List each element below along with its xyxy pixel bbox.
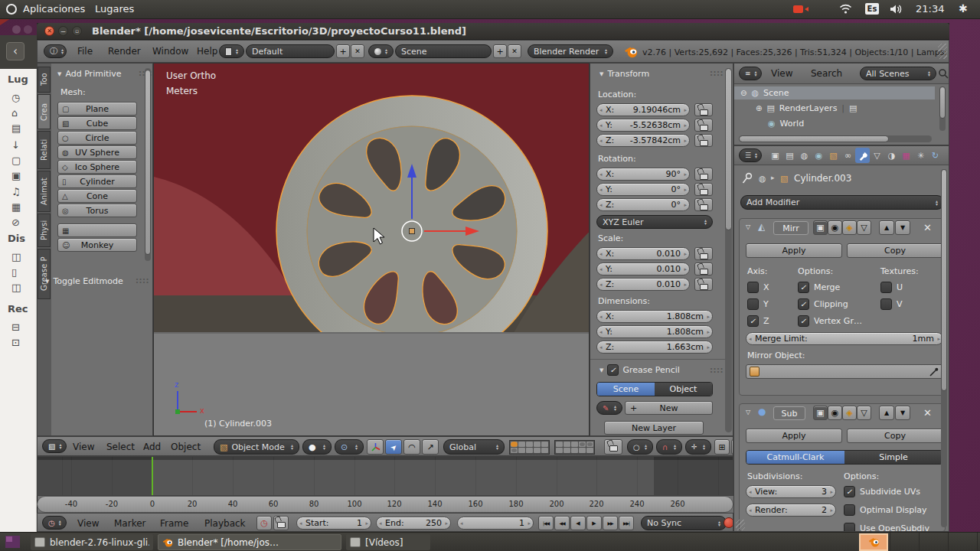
scale-y-lock-button[interactable] (694, 262, 713, 276)
add-primitive-panel-header[interactable]: Add Primitive (57, 69, 122, 79)
properties-editor-type-button[interactable]: ☰▴▾ (739, 148, 762, 162)
wifi-icon[interactable] (839, 4, 852, 14)
header-resize-grip[interactable] (938, 44, 947, 59)
view3d-menu-object[interactable]: Object (171, 442, 201, 452)
eyedropper-icon[interactable] (929, 367, 939, 377)
location-z-field[interactable]: Z:-3.57842cm (596, 134, 690, 147)
mirror-editmode-toggle[interactable]: ◈ (842, 220, 857, 235)
mesh-circle-button[interactable]: ○Circle (57, 131, 137, 145)
mirror-move-up-button[interactable]: ▲ (879, 220, 894, 235)
merge-limit-field[interactable]: Merge Limit:1mm (746, 332, 943, 345)
downloads-icon[interactable]: ↓ (11, 139, 20, 151)
subsurf-move-down-button[interactable]: ▼ (895, 406, 910, 420)
disk-icon[interactable]: ◫ (11, 251, 21, 262)
location-y-lock-button[interactable] (694, 119, 713, 132)
viewport-3d[interactable]: User Ortho Meters z x (1) Cylinder.003 (153, 63, 590, 436)
autokey-lock-button[interactable] (273, 516, 289, 530)
ubuntu-logo-icon[interactable] (6, 4, 17, 15)
outliner-row-renderlayers[interactable]: ⊕ ▤ RenderLayers | ▤ (734, 102, 935, 115)
checkbox[interactable] (798, 315, 809, 327)
window-titlebar[interactable]: ✕ − ▫ Blender* [/home/josevicente/Escrit… (37, 23, 949, 40)
tool-shelf-scrollbar[interactable] (145, 70, 151, 255)
view3d-menu-select[interactable]: Select (106, 442, 135, 452)
home-icon[interactable]: ⌂ (11, 107, 18, 119)
disk2-icon[interactable]: ◫ (11, 282, 21, 293)
object-tab-icon[interactable]: ▧ (826, 148, 841, 163)
menu-render[interactable]: Render (108, 46, 141, 57)
scale-x-field[interactable]: X:0.010 (596, 247, 690, 260)
mirror-texture-v-checkbox[interactable]: V (880, 298, 903, 310)
scale-manipulator-button[interactable]: ↗ (422, 439, 439, 455)
subsurf-editmode-toggle[interactable]: ◈ (842, 406, 857, 420)
keying-set-button[interactable]: ✛▴▾ (685, 439, 711, 455)
menu-help[interactable]: Help (197, 46, 217, 57)
outliner-menu-view[interactable]: View (771, 68, 792, 79)
panel-drag-dots-icon[interactable]: :::: (136, 276, 149, 285)
frame-start-field[interactable]: Start:1 (296, 517, 371, 530)
mode-select[interactable]: ▧ Object Mode▴▾ (214, 439, 299, 455)
checkbox[interactable] (747, 298, 759, 310)
close-button[interactable]: ✕ (44, 26, 54, 36)
layers-widget[interactable] (509, 440, 595, 455)
viewport-shading-select[interactable]: ●▴▾ (302, 439, 332, 455)
trash-icon[interactable]: ⊘ (11, 217, 20, 228)
optimal-display-checkbox[interactable]: Optimal Display (844, 504, 927, 516)
scene-tab-icon[interactable]: ◍ (797, 148, 812, 163)
rotation-x-lock-button[interactable] (694, 168, 713, 181)
modifier-expand-icon[interactable]: ▽ (746, 409, 750, 416)
properties-scrollbar[interactable] (941, 169, 947, 391)
tab-tools[interactable]: Too (38, 67, 51, 93)
clock[interactable]: 21:34 (916, 3, 944, 15)
expand-icon[interactable]: ⊕ (756, 104, 762, 112)
tab-grease-pencil[interactable]: Grease P (38, 249, 51, 299)
mirror-axis-z-checkbox[interactable]: Z (747, 315, 769, 327)
timeline-menu-frame[interactable]: Frame (160, 518, 188, 529)
rotate-manipulator-button[interactable]: ◠ (403, 439, 420, 455)
taskbar-item-3[interactable]: [Vídeos] (346, 534, 430, 550)
mirror-clipping-checkbox[interactable]: Clipping (798, 298, 848, 310)
add-layout-button[interactable]: + (336, 44, 350, 58)
volume-icon[interactable] (890, 4, 903, 15)
timeline-menu-playback[interactable]: Playback (204, 518, 246, 529)
panel-drag-dots-icon[interactable]: :::: (710, 69, 724, 77)
mesh-breadcrumb-icon[interactable]: ▧ (780, 174, 788, 184)
mesh-ico-sphere-button[interactable]: ◇Ico Sphere (57, 160, 137, 174)
outliner-hscrollbar[interactable] (739, 135, 889, 142)
material-tab-icon[interactable]: ◑ (884, 148, 899, 163)
play-button[interactable]: ▶ (586, 516, 602, 530)
checkbox[interactable] (798, 282, 809, 293)
autokey-clock-button[interactable]: ◷ (256, 516, 272, 530)
network-computer-icon[interactable]: ⊟ (11, 321, 20, 333)
record-button[interactable] (724, 517, 733, 528)
taskbar-highlighted-blender-icon[interactable] (859, 533, 888, 551)
checkbox[interactable] (880, 298, 892, 310)
grease-pencil-enable-checkbox[interactable] (607, 364, 619, 376)
mirror-vertex-groups-checkbox[interactable]: Vertex Gr… (798, 315, 862, 327)
music-icon[interactable]: ♫ (11, 186, 21, 197)
opengl-render-button[interactable]: ▣ (731, 439, 733, 455)
simple-tab[interactable]: Simple (844, 451, 942, 464)
texture-tab-icon[interactable]: ▦ (899, 148, 913, 163)
render-tab-icon[interactable]: ▣ (768, 148, 782, 163)
timeline-canvas[interactable] (37, 456, 733, 496)
use-opensubdiv-checkbox[interactable]: Use OpenSubdiv (844, 523, 929, 532)
scale-z-field[interactable]: Z:0.010 (596, 278, 690, 291)
layer-group-2[interactable] (554, 440, 595, 455)
subsurf-move-up-button[interactable]: ▲ (879, 406, 894, 420)
recents-icon[interactable]: ◷ (11, 92, 20, 103)
outliner-editor-type-button[interactable]: ≡▴▾ (739, 67, 762, 80)
catmull-clark-tab[interactable]: Catmull-Clark (746, 451, 844, 464)
rotation-y-lock-button[interactable] (694, 183, 713, 196)
session-gear-icon[interactable]: ✱ (959, 2, 968, 15)
physics-tab-icon[interactable]: ↻ (928, 148, 942, 163)
corner-resize-grip[interactable] (736, 520, 745, 530)
outliner-menu-search[interactable]: Search (811, 68, 842, 79)
panel-drag-dots-icon[interactable]: :::: (710, 366, 724, 374)
mirror-move-down-button[interactable]: ▼ (895, 220, 910, 235)
snap-element-button[interactable]: ⊞ (714, 439, 730, 455)
object-data-tab-icon[interactable]: ▽ (870, 148, 884, 163)
menu-places[interactable]: Lugares (95, 3, 134, 15)
location-x-field[interactable]: X:9.19046cm (596, 103, 690, 116)
subdivide-uvs-checkbox[interactable]: Subdivide UVs (844, 486, 920, 497)
render-layers-tab-icon[interactable]: ▤ (782, 148, 797, 163)
